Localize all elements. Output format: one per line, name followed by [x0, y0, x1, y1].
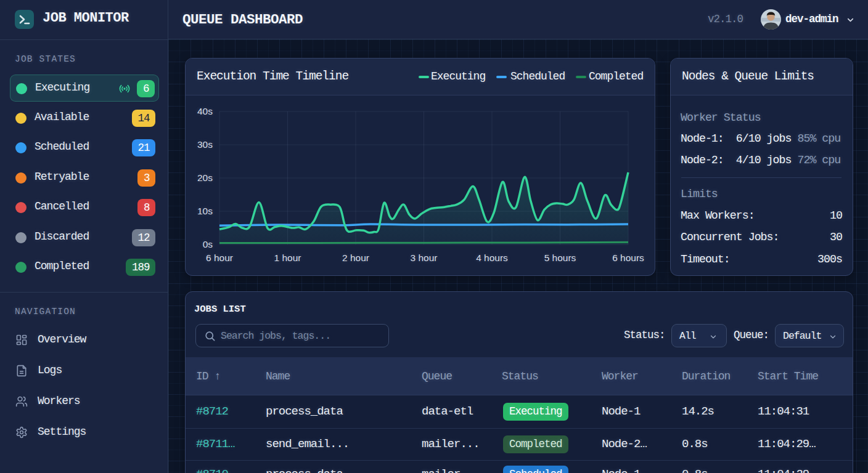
svg-text:30s: 30s [197, 139, 213, 150]
svg-text:2 hour: 2 hour [342, 253, 369, 263]
svg-text:3 hour: 3 hour [411, 253, 438, 263]
svg-text:1 hour: 1 hour [274, 253, 301, 263]
svg-text:40s: 40s [197, 106, 213, 116]
svg-text:4 hours: 4 hours [476, 253, 508, 263]
svg-text:0s: 0s [203, 239, 213, 249]
svg-text:6 hours: 6 hours [612, 253, 644, 263]
svg-text:10s: 10s [197, 206, 213, 216]
svg-text:5 hours: 5 hours [544, 253, 576, 263]
svg-text:6 hour: 6 hour [206, 253, 233, 263]
svg-text:20s: 20s [197, 172, 213, 183]
